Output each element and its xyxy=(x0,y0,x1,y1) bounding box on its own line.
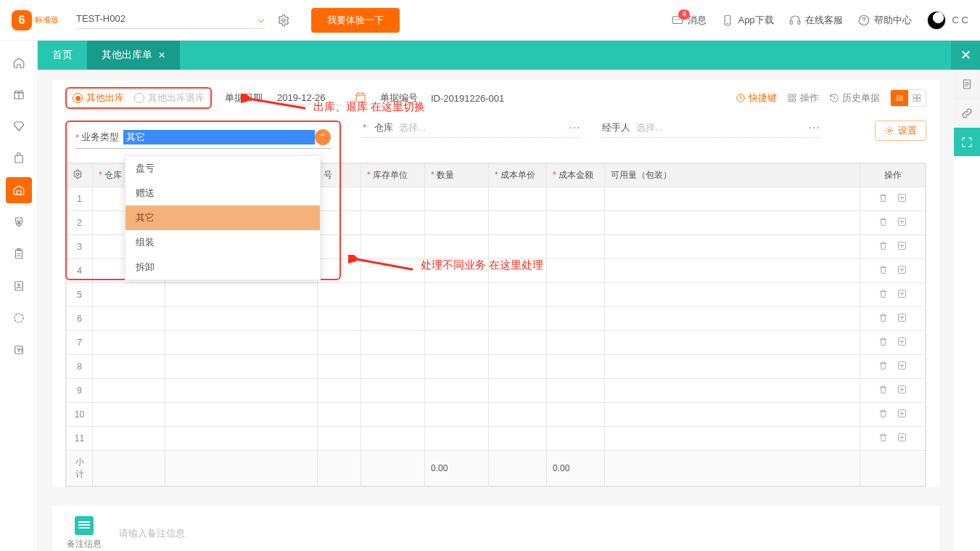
close-icon[interactable]: ✕ xyxy=(158,50,165,60)
tab-home[interactable]: 首页 xyxy=(38,41,87,70)
header-messages[interactable]: 4 消息 xyxy=(671,14,707,27)
message-badge: 4 xyxy=(678,9,690,20)
user-avatar[interactable] xyxy=(926,10,947,30)
headset-icon xyxy=(788,14,802,27)
nav-home-icon[interactable] xyxy=(6,49,32,70)
edition-label: 标准版 xyxy=(35,15,59,25)
try-button[interactable]: 我要体验一下 xyxy=(311,8,400,33)
svg-rect-3 xyxy=(790,20,792,24)
user-name: C C xyxy=(952,15,968,25)
tab-bar: 首页 其他出库单 ✕ ✕ xyxy=(38,41,980,70)
header-customer-service[interactable]: 在线客服 xyxy=(788,14,843,27)
header-app-download[interactable]: App下载 xyxy=(721,14,773,27)
org-name: TEST-H002 xyxy=(76,13,258,24)
app-header: 6 标准版 TEST-H002 ⌵ 我要体验一下 4 消息 App下载 在线客服… xyxy=(0,0,980,41)
header-help[interactable]: 帮助中心 xyxy=(857,14,912,27)
svg-point-0 xyxy=(282,18,286,22)
phone-icon xyxy=(721,14,734,27)
org-selector[interactable]: TEST-H002 ⌵ xyxy=(76,12,265,29)
tabbar-close-button[interactable]: ✕ xyxy=(951,41,980,70)
help-icon xyxy=(857,14,870,27)
left-sidebar xyxy=(0,41,38,70)
tab-other-outbound[interactable]: 其他出库单 ✕ xyxy=(87,41,180,70)
app-logo: 6 xyxy=(12,10,32,30)
settings-gear-icon[interactable] xyxy=(273,10,294,30)
chevron-down-icon: ⌵ xyxy=(258,12,265,25)
svg-rect-4 xyxy=(797,20,799,24)
